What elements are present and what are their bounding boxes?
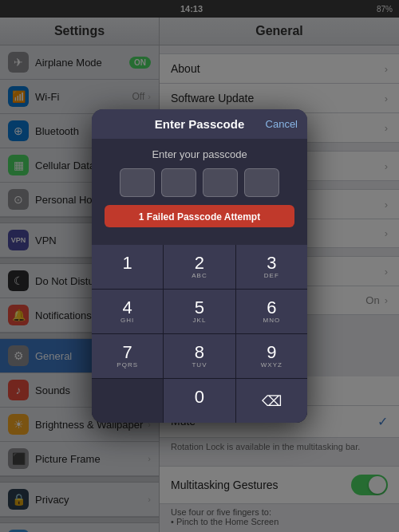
passcode-header: Enter Passcode Cancel [92,109,307,139]
passcode-prompt: Enter your passcode [105,148,294,160]
passcode-body: Enter your passcode 1 Failed Passcode At… [92,139,307,245]
key-9-letters: WXYZ [261,361,282,368]
passcode-dot-1 [120,168,155,197]
key-9-number: 9 [267,344,276,361]
key-6[interactable]: 6 MNO [236,290,307,333]
passcode-cancel-button[interactable]: Cancel [266,118,298,130]
key-2-number: 2 [195,254,204,272]
key-4-number: 4 [123,299,132,317]
key-2-letters: ABC [192,272,207,279]
key-3-number: 3 [267,254,276,272]
key-1[interactable]: 1 [92,245,163,289]
passcode-error-text: 1 Failed Passcode Attempt [139,211,260,223]
key-delete[interactable]: ⌫ [236,379,307,423]
key-9[interactable]: 9 WXYZ [236,334,307,378]
key-7[interactable]: 7 PQRS [92,334,163,378]
key-5-number: 5 [195,299,204,317]
passcode-overlay: Enter Passcode Cancel Enter your passcod… [0,0,399,532]
key-1-letters [126,272,128,279]
key-2[interactable]: 2 ABC [164,245,235,289]
passcode-dots [105,168,294,197]
delete-icon: ⌫ [262,392,282,410]
key-8-letters: TUV [192,361,207,368]
key-0-number: 0 [195,388,204,406]
key-7-letters: PQRS [117,361,138,368]
key-1-number: 1 [123,254,132,272]
key-7-number: 7 [123,344,132,361]
key-5-letters: JKL [193,317,207,324]
keypad: 1 2 ABC 3 DEF 4 GHI 5 JKL 6 MNO [92,245,307,423]
key-5[interactable]: 5 JKL [164,290,235,333]
passcode-dot-3 [203,168,238,197]
key-8[interactable]: 8 TUV [164,334,235,378]
passcode-error: 1 Failed Passcode Attempt [105,205,294,227]
passcode-modal: Enter Passcode Cancel Enter your passcod… [92,109,307,423]
key-0-letters [198,406,200,413]
passcode-title: Enter Passcode [155,117,245,131]
passcode-dot-4 [244,168,279,197]
passcode-dot-2 [161,168,196,197]
key-6-number: 6 [267,299,276,317]
key-8-number: 8 [195,344,204,361]
key-empty [92,379,163,423]
key-0[interactable]: 0 [164,379,235,423]
key-4-letters: GHI [120,317,134,324]
key-4[interactable]: 4 GHI [92,290,163,333]
key-6-letters: MNO [263,317,280,324]
key-3[interactable]: 3 DEF [236,245,307,289]
key-3-letters: DEF [264,272,279,279]
